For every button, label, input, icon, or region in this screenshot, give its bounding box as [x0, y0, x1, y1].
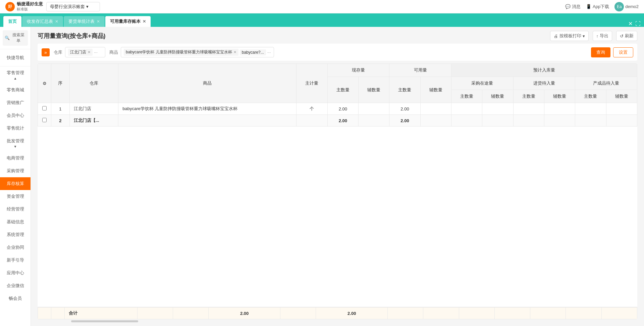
company-selector[interactable]: 母婴行业演示账套 ▾: [46, 2, 100, 11]
tab-home[interactable]: 首页: [3, 16, 21, 27]
warehouse-tag-remove[interactable]: ✕: [88, 50, 91, 54]
row2-checkbox[interactable]: [42, 118, 47, 122]
td-p-main-1: [451, 103, 482, 115]
footer-f-main: [566, 307, 601, 319]
sidebar-item-basics[interactable]: 基础信息: [0, 216, 31, 228]
sidebar-item-member[interactable]: 会员中心: [0, 109, 31, 122]
stock-tab-label: 可用量库存账本: [110, 18, 141, 25]
warehouse-filter-label: 仓库: [54, 49, 62, 55]
close-all-icon[interactable]: ✕: [628, 20, 633, 27]
query-button[interactable]: 查询: [591, 47, 610, 57]
sidebar-item-wholesale-mgmt[interactable]: 批发管理 ▼: [0, 135, 31, 152]
refresh-icon: ↺: [620, 34, 624, 39]
th-purchase-main: 主数量: [451, 90, 482, 103]
th-available-group: 可用量: [389, 64, 451, 77]
sidebar-item-weixin[interactable]: 企业微信: [0, 279, 31, 292]
td-product-1: babycare学饮杯 儿童防摔防撞吸管杯重力球吸嘴杯宝宝水杯: [118, 103, 297, 115]
search-menu-btn[interactable]: 🔍 搜索菜单: [3, 30, 28, 46]
order-tab-label: 要货单统计表: [68, 18, 95, 25]
member2-label: 畅会员: [9, 295, 22, 301]
user-area[interactable]: Ea demo2: [614, 2, 639, 11]
product-tag1-remove[interactable]: ✕: [233, 50, 236, 54]
warehouse-filter-input[interactable]: 江北门店 ✕ ···: [65, 47, 105, 57]
th-finished-main: 主数量: [575, 90, 606, 103]
main-table: ⚙ 序 仓库 商品 主计量 现存量 可用量 预计入库量 主数量 辅数量 主数量 …: [38, 63, 637, 127]
refresh-btn[interactable]: ↺ 刷新: [616, 31, 637, 41]
td-checkbox-2[interactable]: [38, 115, 51, 127]
sidebar-item-apps[interactable]: 应用中心: [0, 267, 31, 279]
sidebar-item-ecommerce[interactable]: 电商管理: [0, 152, 31, 165]
td-stock-aux-1: [358, 103, 389, 115]
print-label: 按模板打印: [559, 33, 581, 39]
product-more-icon[interactable]: ···: [267, 50, 271, 55]
product-filter-group: 商品 babycare学饮杯 儿童防摔防撞吸管杯重力球吸嘴杯宝宝水杯 ✕ bab…: [109, 47, 274, 57]
td-f-main-2: [575, 115, 606, 127]
print-icon: 🖨: [554, 34, 558, 39]
td-avail-aux-2: [420, 115, 451, 127]
warehouse-tag-value: 江北门店: [70, 49, 86, 55]
horizontal-scrollbar[interactable]: [38, 319, 637, 323]
download-btn[interactable]: 📱 App下载: [586, 4, 609, 10]
ecommerce-label: 电商管理: [7, 155, 24, 161]
footer-stock-aux: [280, 307, 316, 319]
warehouse-more-icon[interactable]: ···: [94, 50, 98, 55]
th-stock-main: 主数量: [327, 77, 358, 103]
logo-area: 好 畅捷通好生意 标准版: [5, 1, 43, 12]
th-no: 序: [51, 64, 70, 103]
sidebar-item-retail-stats[interactable]: 零售统计: [0, 122, 31, 135]
td-checkbox-1[interactable]: [38, 103, 51, 115]
stock-tab-close[interactable]: ✕: [143, 19, 146, 24]
refresh-label: 刷新: [625, 33, 634, 39]
td-f-main-1: [575, 103, 606, 115]
td-product-2: [118, 115, 297, 127]
settings-button[interactable]: 设置: [613, 47, 633, 57]
row1-checkbox[interactable]: [42, 106, 47, 110]
top-bar-left: 好 畅捷通好生意 标准版 母婴行业演示账套 ▾: [5, 1, 100, 12]
sidebar-item-system[interactable]: 系统管理: [0, 228, 31, 241]
sidebar-item-retail-mgmt[interactable]: 零售管理 ▲: [0, 66, 31, 84]
tab-stock[interactable]: 可用量库存账本 ✕: [105, 16, 151, 27]
finance-label: 资金管理: [7, 193, 24, 199]
sidebar-item-inventory[interactable]: 库存核算: [0, 177, 31, 190]
tab-order[interactable]: 要货单统计表 ✕: [64, 16, 105, 27]
inout-tab-close[interactable]: ✕: [55, 19, 58, 24]
scroll-thumb[interactable]: [71, 320, 138, 322]
enterprise-label: 企业协同: [7, 244, 24, 250]
download-icon: 📱: [586, 4, 591, 9]
dropdown-icon: ▾: [86, 4, 89, 9]
sidebar-item-retail-mall[interactable]: 零售商城: [0, 84, 31, 96]
print-btn[interactable]: 🖨 按模板打印 ▾: [550, 31, 589, 41]
td-f-aux-2: [606, 115, 637, 127]
message-btn[interactable]: 💬 消息: [565, 4, 581, 10]
sidebar-item-quick-nav[interactable]: 快捷导航: [0, 52, 31, 63]
sidebar-item-member2[interactable]: 畅会员: [0, 292, 31, 305]
retail-mgmt-label: 零售管理: [7, 70, 24, 76]
print-dropdown-icon: ▾: [583, 34, 585, 39]
purchase-label: 采购管理: [7, 168, 24, 174]
sidebar-item-enterprise[interactable]: 企业协同: [0, 241, 31, 254]
th-unit: 主计量: [297, 64, 327, 103]
product-filter-input[interactable]: babycare学饮杯 儿童防摔防撞吸管杯重力球吸嘴杯宝宝水杯 ✕ babyca…: [121, 47, 274, 57]
sidebar-item-marketing[interactable]: 营销推广: [0, 96, 31, 109]
warehouse-filter-tag: 江北门店 ✕: [68, 49, 93, 56]
table-empty-space: [38, 127, 637, 307]
td-avail-aux-1: [420, 103, 451, 115]
export-btn[interactable]: ↑ 导出: [593, 31, 612, 41]
order-tab-close[interactable]: ✕: [97, 19, 100, 24]
sidebar-item-finance[interactable]: 资金管理: [0, 190, 31, 203]
product-filter-tag1: babycare学饮杯 儿童防摔防撞吸管杯重力球吸嘴杯宝宝水杯 ✕: [124, 49, 238, 56]
td-p-aux-1: [482, 103, 513, 115]
sidebar-item-purchase[interactable]: 采购管理: [0, 165, 31, 177]
th-stock-aux: 辅数量: [358, 77, 389, 103]
inout-tab-label: 收发存汇总表: [27, 18, 53, 25]
tab-inout[interactable]: 收发存汇总表 ✕: [22, 16, 63, 27]
sidebar-item-newbie[interactable]: 新手引导: [0, 254, 31, 267]
td-i-main-2: [513, 115, 544, 127]
th-settings[interactable]: ⚙: [38, 64, 51, 103]
td-i-aux-2: [544, 115, 575, 127]
expand-icon[interactable]: ⛶: [635, 21, 641, 27]
expand-filter-btn[interactable]: »: [42, 48, 50, 56]
td-stock-main-2: 2.00: [327, 115, 358, 127]
sidebar-item-operations[interactable]: 经营管理: [0, 203, 31, 216]
td-avail-main-1: 2.00: [389, 103, 420, 115]
